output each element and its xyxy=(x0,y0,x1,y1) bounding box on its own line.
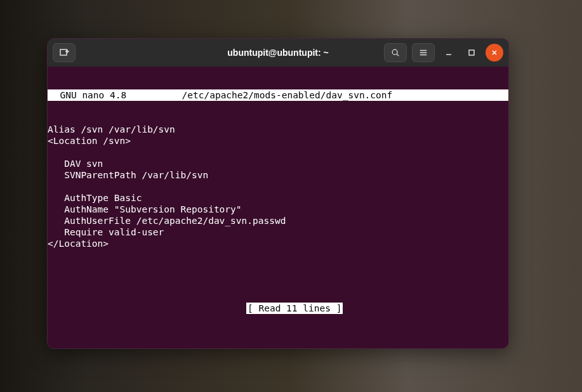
maximize-button[interactable] xyxy=(463,44,480,62)
nano-file-path: /etc/apache2/mods-enabled/dav_svn.conf xyxy=(182,89,393,101)
menu-button[interactable] xyxy=(412,43,435,62)
terminal-window: ubuntupit@ubuntupit: ~ xyxy=(47,38,509,349)
hamburger-icon xyxy=(419,48,428,57)
shortcut-row-1: ^GGet Help ^OWrite Out ^WWhere Is ^KCut … xyxy=(48,348,508,349)
close-button[interactable] xyxy=(486,44,503,62)
minimize-button[interactable] xyxy=(440,44,458,62)
nano-editor-content[interactable]: Alias /svn /var/lib/svn <Location /svn> … xyxy=(48,124,508,249)
new-tab-button[interactable] xyxy=(53,43,76,62)
shortcut-cut-text: ^KCut Text xyxy=(278,348,355,349)
shortcut-get-help: ^GGet Help xyxy=(48,348,124,349)
minimize-icon xyxy=(445,49,453,56)
shortcut-write-out: ^OWrite Out xyxy=(124,348,201,349)
search-button[interactable] xyxy=(384,43,407,62)
shortcut-cur-pos: ^CCur Pos xyxy=(432,348,508,349)
nano-header-bar: GNU nano 4.8 /etc/apache2/mods-enabled/d… xyxy=(48,89,508,101)
shortcut-justify: ^JJustify xyxy=(355,348,432,349)
nano-status-line: [ Read 11 lines ] xyxy=(48,291,508,325)
terminal-body[interactable]: GNU nano 4.8 /etc/apache2/mods-enabled/d… xyxy=(48,67,508,348)
new-tab-icon xyxy=(59,48,69,58)
shortcut-where-is: ^WWhere Is xyxy=(201,348,278,349)
titlebar-left-controls xyxy=(53,43,76,62)
nano-status-message: [ Read 11 lines ] xyxy=(246,303,343,314)
nano-shortcuts-bar: ^GGet Help ^OWrite Out ^WWhere Is ^KCut … xyxy=(48,325,508,348)
window-titlebar: ubuntupit@ubuntupit: ~ xyxy=(48,39,508,67)
titlebar-right-controls xyxy=(384,43,503,62)
search-icon xyxy=(391,48,400,57)
maximize-icon xyxy=(468,49,475,56)
nano-app-name: GNU nano 4.8 xyxy=(49,89,126,101)
svg-rect-2 xyxy=(469,50,474,55)
window-title: ubuntupit@ubuntupit: ~ xyxy=(227,48,328,58)
svg-point-1 xyxy=(392,49,397,55)
close-icon xyxy=(491,49,498,56)
svg-rect-0 xyxy=(60,49,67,55)
